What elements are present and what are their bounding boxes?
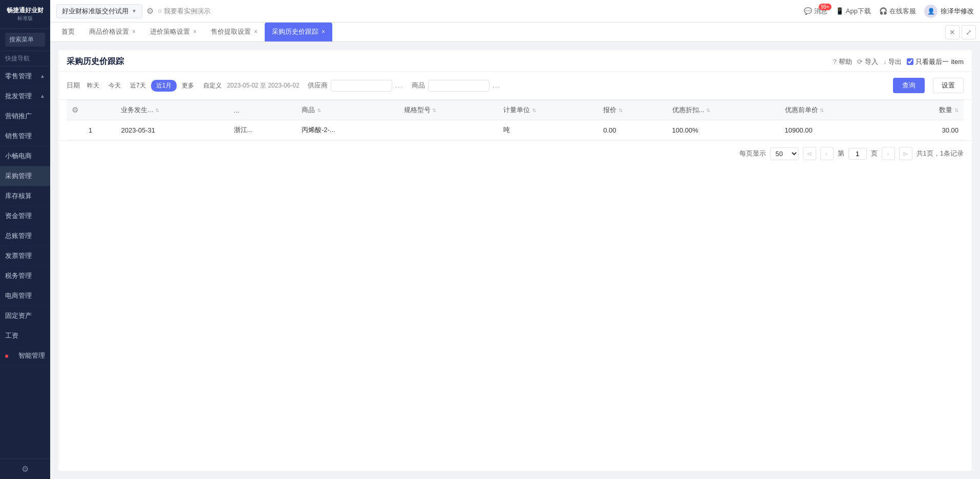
tab-purchase-history[interactable]: 采购历史价跟踪× [265,23,332,41]
app-download-item[interactable]: 📱 App下载 [836,7,871,16]
tab-close-icon[interactable]: × [322,28,325,35]
sort-icon-qty[interactable]: ⇅ [954,107,958,113]
tab-price-settings[interactable]: 商品价格设置× [82,23,143,41]
row-quote: 0.00 [598,120,667,140]
message-icon: 💬 [804,7,812,15]
prev-page-button[interactable]: ‹ [820,147,834,160]
online-service-item[interactable]: 🎧 在线客服 [879,7,916,16]
tab-label: 采购历史价跟踪 [272,27,318,36]
help-button[interactable]: ? 帮助 [833,57,852,67]
import-icon: ⟳ [857,58,863,66]
sidebar-item-payroll[interactable]: 工资 [0,326,50,346]
export-button[interactable]: ↓ 导出 [883,57,902,67]
sidebar-item-wholesale[interactable]: 批发管理▲ [0,86,50,106]
goods-input[interactable] [433,82,484,90]
tab-close-icon[interactable]: × [132,28,136,35]
th-seq [83,100,116,120]
next-page-button[interactable]: › [882,147,895,160]
date-filter-label: 日期 [67,81,80,90]
sort-icon-biz-date[interactable]: ⇅ [155,107,159,113]
pagination: 每页显示 50 10 20 100 ⊲ ‹ 第 页 › ⊳ 共1页，1条记录 [58,140,972,166]
topbar-right: 💬 消息 99+ 📱 App下载 🎧 在线客服 👤 徐泽华修改 [804,5,974,18]
sidebar-item-ledger[interactable]: 总账管理 [0,226,50,246]
query-button[interactable]: 查询 [893,78,925,93]
topbar-left: 好业财标准版交付试用 ▼ ⚙ ○ 我要看实例演示 [56,4,210,18]
sort-icon-spec[interactable]: ⇅ [432,107,436,113]
per-page-select[interactable]: 50 10 20 100 [770,147,799,160]
sidebar-item-assets[interactable]: 固定资产 [0,306,50,326]
goods-more[interactable]: ... [493,82,501,89]
sidebar-item-finance[interactable]: 资金管理 [0,206,50,226]
last-page-button[interactable]: ⊳ [899,147,912,160]
search-menu-button[interactable]: 搜索菜单 [5,33,45,47]
settings-button[interactable]: 设置 [933,78,964,93]
sidebar-item-marketing[interactable]: 营销推广 [0,106,50,126]
page-header: 采购历史价跟踪 ? 帮助 ⟳ 导入 ↓ 导出 [58,50,972,72]
sort-icon-goods[interactable]: ⇅ [317,107,321,113]
topbar-settings-icon[interactable]: ⚙ [146,6,154,16]
date-btn-更多[interactable]: 更多 [178,80,198,92]
help-icon: ? [833,58,837,66]
last-only-checkbox-wrap[interactable]: 只看最后一 item [907,57,964,67]
tab-home-label: 首页 [61,27,75,36]
import-button[interactable]: ⟳ 导入 [857,57,878,67]
date-btn-昨天[interactable]: 昨天 [83,80,103,92]
sidebar-item-ecom[interactable]: 电商管理 [0,286,50,306]
product-select[interactable]: 好业财标准版交付试用 ▼ [56,4,142,18]
arrow-icon: ▲ [40,93,45,99]
sidebar-item-inventory[interactable]: 库存核算 [0,186,50,206]
date-btn-近1月[interactable]: 近1月 [151,80,177,92]
date-btn-自定义[interactable]: 自定义 [199,80,226,92]
row-supplier: 浙江... [229,120,296,140]
sidebar-item-label: 采购管理 [5,171,32,181]
tab-close-button[interactable]: ✕ [945,25,960,39]
sidebar-item-tax[interactable]: 税务管理 [0,266,50,286]
data-table: ⚙ 业务发生... ⇅ ... 商品 [67,100,964,140]
page-suffix: 页 [871,149,878,158]
sidebar-item-label: 电商管理 [5,291,32,300]
sidebar-item-retail[interactable]: 零售管理▲ [0,67,50,86]
user-name-label: 徐泽华修改 [941,7,974,16]
export-label: 导出 [888,57,902,67]
row-qty: 30.00 [895,120,964,140]
row-unit: 吨 [498,120,598,140]
tab-maximize-button[interactable]: ⤢ [962,25,976,39]
sort-icon-unit[interactable]: ⇅ [532,107,536,113]
app-download-icon: 📱 [836,7,844,15]
sidebar-item-label: 工资 [5,331,18,340]
gear-icon[interactable]: ⚙ [22,464,29,474]
messages-item[interactable]: 💬 消息 99+ [804,7,827,16]
sidebar-quick-nav[interactable]: 快捷导航 [0,51,50,67]
sort-icon-quote[interactable]: ⇅ [619,107,623,113]
last-only-checkbox[interactable] [907,58,913,65]
tab-close-icon[interactable]: × [193,28,197,35]
th-more-label: ... [234,106,240,114]
th-goods: 商品 ⇅ [296,100,399,120]
th-qty-label: 数量 [939,106,952,114]
sidebar-item-smart[interactable]: 智能管理 [0,346,50,366]
page-input[interactable] [848,148,867,160]
th-biz-date: 业务发生... ⇅ [116,100,228,120]
user-info[interactable]: 👤 徐泽华修改 [924,5,974,18]
sort-icon-pre-discount[interactable]: ⇅ [820,107,824,113]
arrow-icon: ▲ [40,73,45,79]
tab-purchase-strategy[interactable]: 进价策略设置× [143,23,204,41]
sidebar-item-sales[interactable]: 销售管理 [0,126,50,146]
first-page-button[interactable]: ⊲ [803,147,816,160]
tab-sale-price[interactable]: 售价提取设置× [204,23,265,41]
date-btn-近7天[interactable]: 近7天 [126,80,150,92]
table-gear-icon[interactable]: ⚙ [72,105,78,114]
sidebar-item-purchase[interactable]: 采购管理 [0,166,50,186]
supplier-input[interactable] [335,82,387,90]
supplier-more[interactable]: ... [395,82,403,89]
sort-icon-discount[interactable]: ⇅ [706,107,710,113]
last-only-item-label: item [951,58,964,66]
sidebar-item-invoice[interactable]: 发票管理 [0,246,50,266]
tab-home[interactable]: 首页 [54,23,82,41]
sidebar-item-ecom_small[interactable]: 小畅电商 [0,146,50,166]
row-biz-date: 2023-05-31 [116,120,228,140]
demo-link[interactable]: ○ 我要看实例演示 [158,7,210,16]
tab-close-icon[interactable]: × [254,28,258,35]
date-btn-今天[interactable]: 今天 [104,80,125,92]
sidebar-search[interactable]: 搜索菜单 [0,29,50,51]
